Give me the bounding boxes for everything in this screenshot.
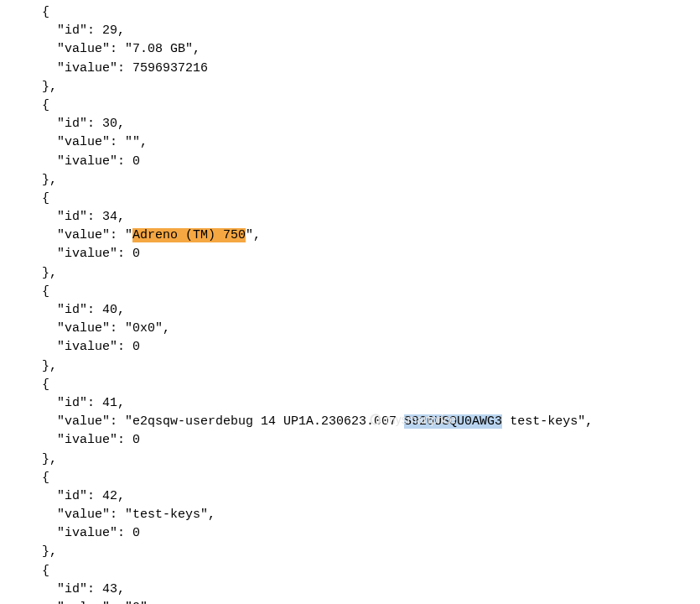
json-snippet: { "id": 29, "value": "7.08 GB", "ivalue"… bbox=[0, 0, 700, 604]
json-line: "id": 30, bbox=[57, 117, 125, 131]
json-line: "id": 40, bbox=[57, 303, 125, 317]
json-line: { bbox=[42, 378, 49, 392]
json-line: "value": "Adreno (TM) 750", bbox=[57, 228, 261, 242]
json-line: }, bbox=[42, 544, 57, 559]
json-line: { bbox=[42, 98, 49, 112]
json-line: }, bbox=[42, 266, 57, 280]
json-line: { bbox=[42, 564, 49, 578]
json-line: "id": 41, bbox=[57, 396, 125, 410]
json-line: "value": "", bbox=[57, 135, 148, 149]
json-line: "ivalue": 0 bbox=[57, 154, 140, 169]
json-line: }, bbox=[42, 80, 57, 94]
json-line: { bbox=[42, 284, 49, 299]
json-line: "value": "e2qsqw-userdebug 14 UP1A.23062… bbox=[57, 414, 593, 429]
json-line: "value": "7.08 GB", bbox=[57, 42, 200, 56]
json-line: { bbox=[42, 191, 49, 206]
json-line: "ivalue": 0 bbox=[57, 526, 140, 540]
json-line: "id": 43, bbox=[57, 582, 125, 596]
json-line: "id": 29, bbox=[57, 23, 125, 38]
build-pre: e2qsqw-userdebug 14 UP1A.230623.007 bbox=[132, 414, 404, 429]
json-line: }, bbox=[42, 359, 57, 373]
json-line: "id": 34, bbox=[57, 210, 125, 224]
json-line: "value": "0x0", bbox=[57, 321, 170, 336]
build-post: test-keys bbox=[502, 414, 578, 429]
json-line: "id": 42, bbox=[57, 489, 125, 503]
highlight-adreno: Adreno (TM) 750 bbox=[132, 228, 246, 242]
json-line: "value": "test-keys", bbox=[57, 508, 215, 522]
json-line: "value": "0", bbox=[57, 601, 155, 604]
json-line: "ivalue": 0 bbox=[57, 340, 140, 354]
json-line: { bbox=[42, 5, 49, 19]
json-line: { bbox=[42, 471, 49, 485]
json-line: }, bbox=[42, 452, 57, 466]
json-line: "ivalue": 0 bbox=[57, 433, 140, 447]
highlight-build: S926USQU0AWG3 bbox=[404, 414, 502, 429]
json-line: "ivalue": 7596937216 bbox=[57, 61, 208, 76]
json-line: }, bbox=[42, 173, 57, 187]
json-line: "ivalue": 0 bbox=[57, 247, 140, 261]
